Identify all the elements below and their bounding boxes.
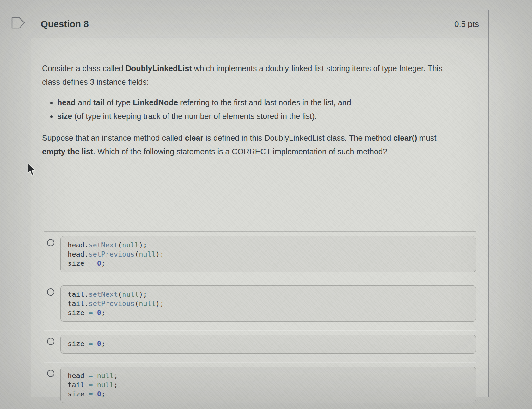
answer-row: size = 0; xyxy=(44,335,476,354)
code-line: size = 0; xyxy=(68,259,469,268)
option-divider xyxy=(44,231,476,232)
answer-radio-option-c[interactable] xyxy=(47,338,54,345)
question-points: 0.5 pts xyxy=(454,19,479,29)
list-item: head and tail of type LinkedNode referri… xyxy=(57,96,449,109)
question-body: Consider a class called DoublyLinkedList… xyxy=(31,38,488,397)
code-line: size = 0; xyxy=(68,308,469,317)
question-card: Question 8 0.5 pts Consider a class call… xyxy=(31,10,489,397)
option-divider xyxy=(44,362,476,362)
code-line: head.setNext(null); xyxy=(68,240,469,250)
answer-option-a: head.setNext(null);head.setPrevious(null… xyxy=(44,231,476,272)
question-header: Question 8 0.5 pts xyxy=(31,10,488,38)
question-paragraph-prompt: Suppose that an instance method called c… xyxy=(42,131,448,158)
answer-code-block-option-d[interactable]: head = null;tail = null;size = 0; xyxy=(60,367,476,403)
answer-radio-option-b[interactable] xyxy=(47,288,54,296)
answer-option-c: size = 0; xyxy=(44,330,476,354)
answer-code-block-option-b[interactable]: tail.setNext(null);tail.setPrevious(null… xyxy=(60,285,476,322)
answer-code-block-option-a[interactable]: head.setNext(null);head.setPrevious(null… xyxy=(60,236,476,272)
option-divider xyxy=(44,330,476,330)
option-divider xyxy=(44,281,476,281)
code-line: size = 0; xyxy=(68,389,469,399)
mouse-pointer-icon xyxy=(27,163,37,177)
answer-radio-option-a[interactable] xyxy=(47,239,54,246)
code-line: tail.setPrevious(null); xyxy=(68,299,469,308)
code-line: head = null; xyxy=(68,371,469,380)
answer-radio-option-d[interactable] xyxy=(47,370,54,377)
question-title: Question 8 xyxy=(41,19,89,29)
instance-fields-list: head and tail of type LinkedNode referri… xyxy=(42,96,449,123)
flag-question-icon[interactable] xyxy=(11,17,26,29)
code-line: size = 0; xyxy=(68,339,469,348)
answer-options: head.setNext(null);head.setPrevious(null… xyxy=(44,231,476,409)
answer-code-block-option-c[interactable]: size = 0; xyxy=(60,335,476,354)
code-line: tail.setNext(null); xyxy=(68,290,469,299)
answer-row: head = null;tail = null;size = 0; xyxy=(44,367,476,403)
code-line: tail = null; xyxy=(68,380,469,389)
code-line: head.setPrevious(null); xyxy=(68,250,469,259)
answer-option-b: tail.setNext(null);tail.setPrevious(null… xyxy=(44,281,476,322)
answer-row: head.setNext(null);head.setPrevious(null… xyxy=(44,236,476,272)
answer-option-d: head = null;tail = null;size = 0; xyxy=(44,362,476,403)
answer-row: tail.setNext(null);tail.setPrevious(null… xyxy=(44,285,476,322)
question-paragraph-intro: Consider a class called DoublyLinkedList… xyxy=(42,38,448,89)
list-item: size (of type int keeping track of the n… xyxy=(57,109,449,123)
